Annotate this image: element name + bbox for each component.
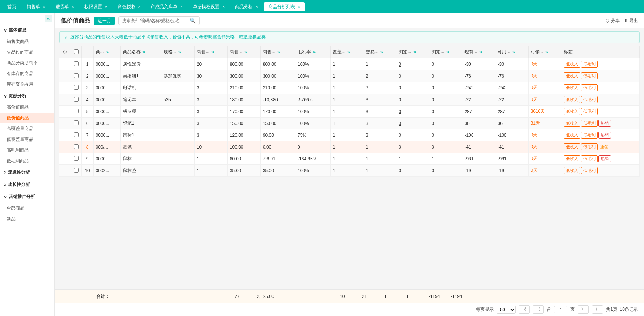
select-all-checkbox[interactable] [74, 49, 79, 54]
row-tags: 低收入低毛利 [561, 165, 639, 177]
row-checkbox[interactable] [74, 168, 79, 173]
page-size-select[interactable]: 50 100 200 [497, 306, 516, 314]
browse1-link[interactable]: 0 [399, 109, 401, 114]
share-btn[interactable]: ⬡ 分享 [606, 18, 620, 24]
search-icon[interactable]: 🔍 [189, 18, 196, 24]
prev-page-btn[interactable]: 〈 [533, 305, 544, 314]
nav-item-permissions[interactable]: 权限设置 × [80, 2, 112, 11]
collapse-sidebar-btn[interactable]: « [45, 15, 52, 22]
row-checkbox-cell[interactable] [71, 106, 81, 118]
sidebar-item-stock-goods[interactable]: 有库存的商品 [0, 68, 54, 79]
nav-item-roles[interactable]: 角色授权 × [113, 2, 145, 11]
browse1-link[interactable]: 0 [399, 133, 401, 138]
search-input[interactable] [118, 16, 200, 25]
filter-month-btn[interactable]: 近一月 [94, 17, 115, 25]
sidebar-item-high-value[interactable]: 高价值商品 [0, 102, 54, 113]
th-settings[interactable]: ⚙ [59, 46, 71, 58]
row-checkbox[interactable] [74, 109, 79, 113]
tag-低毛利: 低毛利 [581, 96, 598, 103]
row-checkbox[interactable] [74, 132, 79, 137]
nav-item-sales[interactable]: 销售单 × [22, 2, 50, 11]
sidebar-item-low-value[interactable]: 低价值商品 [0, 113, 54, 123]
th-spec[interactable]: 规格... ⇅ [161, 46, 194, 58]
next-page-btn[interactable]: 〉 [578, 305, 589, 314]
browse1-link[interactable]: 0 [399, 74, 401, 79]
th-tags: 标签 [561, 46, 639, 58]
sidebar-item-high-cover[interactable]: 高覆盖量商品 [0, 123, 54, 134]
page-num-input[interactable] [554, 306, 567, 313]
row-checkbox-cell[interactable] [71, 141, 81, 153]
row-sales_qty: 30 [194, 70, 227, 82]
sidebar-item-traded-goods[interactable]: 交易过的商品 [0, 47, 54, 58]
group-arrow-contribution: ∨ [4, 94, 7, 99]
th-available[interactable]: 可用... ⇅ [495, 46, 528, 58]
nav-item-analysis-list[interactable]: 商品分析列表 × [264, 2, 305, 11]
row-checkbox-cell[interactable] [71, 70, 81, 82]
th-checkbox[interactable] [71, 46, 81, 58]
sidebar-item-stock-capital[interactable]: 库存资金占用 [0, 79, 54, 90]
th-stock-cur[interactable]: 现有... ⇅ [462, 46, 495, 58]
browse1-link[interactable]: 0 [399, 121, 401, 126]
app-root: 首页 销售单 × 进货单 × 权限设置 × 角色授权 × 产成品入库单 × 单据… [0, 0, 644, 316]
th-sales-amt[interactable]: 销售... ⇅ [227, 46, 260, 58]
data-table: ⚙ 商... ⇅ 商品名称 ⇅ 规格... ⇅ 销售... ⇅ 销售... ⇅ … [59, 46, 640, 177]
browse1-link[interactable]: 0 [399, 62, 401, 67]
sidebar-group-circulation[interactable]: > 流通性分析 [0, 166, 54, 179]
row-checkbox-cell[interactable] [71, 82, 81, 94]
th-sales-avg[interactable]: 销售... ⇅ [260, 46, 295, 58]
sidebar-item-new-goods[interactable]: 新品 [0, 214, 54, 224]
row-stock_cur: 36 [462, 118, 495, 129]
sidebar-group-marketing[interactable]: ∨ 营销推广分析 [0, 191, 54, 203]
sidebar-item-sales-goods[interactable]: 销售类商品 [0, 36, 54, 47]
browse1-link[interactable]: 0 [399, 168, 401, 173]
table-row: 8000/...测试10100.000.0001100-41-410天低收入低毛… [59, 141, 640, 153]
row-checkbox[interactable] [74, 120, 79, 125]
first-page-btn[interactable]: 《 [519, 305, 530, 314]
browse1-link[interactable]: 0 [399, 85, 401, 91]
row-checkbox-cell[interactable] [71, 165, 81, 177]
row-checkbox[interactable] [74, 97, 79, 102]
browse1-link[interactable]: 1 [399, 156, 401, 162]
row-num: 6 [81, 118, 93, 129]
th-saleable[interactable]: 可销... ⇅ [528, 46, 561, 58]
row-checkbox-cell[interactable] [71, 58, 81, 70]
last-page-btn[interactable]: 》 [592, 305, 603, 314]
table-area[interactable]: ⚙ 商... ⇅ 商品名称 ⇅ 规格... ⇅ 销售... ⇅ 销售... ⇅ … [55, 46, 644, 289]
row-checkbox-cell[interactable] [71, 153, 81, 165]
row-checkbox[interactable] [74, 85, 79, 90]
tag-低收入: 低收入 [564, 61, 580, 68]
sidebar-group-growth[interactable]: > 成长性分析 [0, 179, 54, 191]
row-checkbox-cell[interactable] [71, 118, 81, 129]
th-name[interactable]: 商品名称 ⇅ [120, 46, 161, 58]
th-browse1[interactable]: 浏览... ⇅ [396, 46, 429, 58]
nav-item-templates[interactable]: 单据模板设置 × [188, 2, 229, 11]
nav-item-home[interactable]: 首页 [3, 2, 21, 11]
browse1-link[interactable]: 0 [399, 145, 401, 150]
th-cover[interactable]: 覆盖... ⇅ [331, 46, 363, 58]
nav-item-analysis[interactable]: 商品分析 × [231, 2, 262, 11]
th-code[interactable]: 商... ⇅ [93, 46, 120, 58]
sidebar-item-all-goods[interactable]: 全部商品 [0, 203, 54, 214]
sidebar-group-contribution[interactable]: ∨ 贡献分析 [0, 90, 54, 102]
sidebar-item-category-rate[interactable]: 商品分类助销率 [0, 58, 54, 68]
sidebar-item-low-profit[interactable]: 低毛利商品 [0, 156, 54, 166]
browse1-link[interactable]: 0 [399, 97, 401, 102]
th-trade[interactable]: 交易... ⇅ [363, 46, 396, 58]
nav-item-purchase[interactable]: 进货单 × [51, 2, 78, 11]
sidebar-item-high-profit[interactable]: 高毛利商品 [0, 145, 54, 156]
row-checkbox[interactable] [74, 61, 79, 66]
row-checkbox-cell[interactable] [71, 94, 81, 106]
row-checkbox[interactable] [74, 73, 79, 78]
row-cover: 1 [331, 129, 363, 141]
th-browse2[interactable]: 浏览... ⇅ [429, 46, 462, 58]
row-checkbox[interactable] [74, 144, 79, 149]
export-btn[interactable]: ⬆ 导出 [624, 18, 638, 24]
th-gross-rate[interactable]: 毛利率 ⇅ [295, 46, 330, 58]
nav-item-inbound[interactable]: 产成品入库单 × [146, 2, 187, 11]
sidebar-item-low-cover[interactable]: 低覆盖量商品 [0, 134, 54, 145]
th-sales-qty[interactable]: 销售... ⇅ [194, 46, 227, 58]
row-checkbox[interactable] [74, 156, 79, 161]
row-trade: 3 [363, 106, 396, 118]
sidebar-group-general[interactable]: ∨ 整体信息 [0, 24, 54, 36]
row-checkbox-cell[interactable] [71, 129, 81, 141]
